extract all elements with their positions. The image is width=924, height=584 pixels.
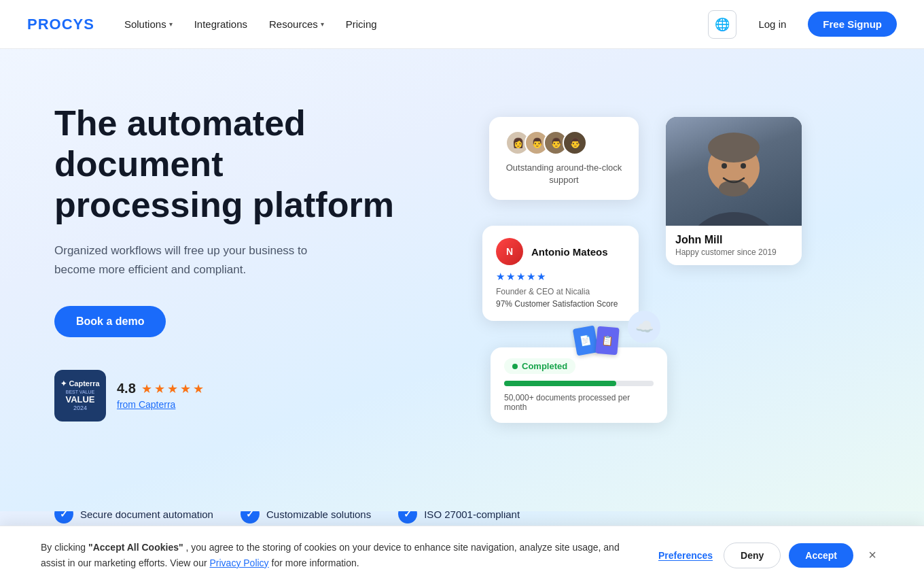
support-card: 👩 👨 👨 👨 Outstanding around-the-clock sup… [489,117,639,200]
capterra-year: 2024 [73,405,87,411]
profile-photo-bg [666,117,802,226]
cookie-banner: By clicking "Accept All Cookies" , you a… [0,526,924,544]
completed-dot [512,364,518,369]
capterra-row: ✦ Capterra BEST VALUE VALUE 2024 4.8 ★ ★… [54,370,408,422]
docs-card: 📄 📋 ☁️ Completed 50,000+ documents proce… [491,347,667,423]
profile-info: John Mill Happy customer since 2019 [666,226,802,265]
profile-card: John Mill Happy customer since 2019 [666,117,802,265]
hero-title: The automated document processing platfo… [54,103,408,225]
person-svg [666,117,802,226]
capterra-info: 4.8 ★ ★ ★ ★ ★ from Capterra [117,381,204,410]
chevron-down-icon-2: ▾ [321,20,324,28]
review-stars: ★ ★ ★ ★ ★ [496,271,625,283]
rev-star-4: ★ [527,271,535,283]
profile-name: John Mill [675,234,792,246]
deny-button[interactable]: Deny [724,543,781,544]
nav-right: 🌐 Log in Free Signup [708,10,897,39]
nav-left: PROCYS Solutions ▾ Integrations Resource… [27,13,385,35]
hero-left: The automated document processing platfo… [54,90,408,422]
cloud-icon: ☁️ [628,311,660,343]
language-button[interactable]: 🌐 [708,10,736,39]
profile-photo [666,117,802,226]
capterra-badge: ✦ Capterra BEST VALUE VALUE 2024 [54,370,106,422]
nav-solutions[interactable]: Solutions ▾ [116,13,181,35]
review-header: N Antonio Mateos [496,238,625,265]
rev-star-1: ★ [496,271,505,283]
doc-icon-1: 📄 [573,326,599,356]
rev-star-5: ★ [537,271,546,283]
svg-point-5 [741,163,746,169]
star-5: ★ [193,381,204,396]
support-text: Outstanding around-the-clock support [505,162,622,186]
review-logo: N [496,238,523,265]
completed-badge: Completed [504,358,575,374]
cookie-bold-text: "Accept All Cookies" [88,542,183,544]
capterra-logo-text: ✦ Capterra [60,379,99,388]
signup-button[interactable]: Free Signup [808,12,897,37]
accept-button[interactable]: Accept [789,543,853,544]
progress-bar-bg [504,381,654,386]
capterra-from-link[interactable]: from Capterra [117,399,204,410]
progress-bar-fill [504,381,616,386]
capterra-best-label: BEST VALUE [66,390,95,394]
capterra-rating: 4.8 ★ ★ ★ ★ ★ [117,381,204,396]
navbar: PROCYS Solutions ▾ Integrations Resource… [0,0,924,49]
cards-wrapper: 👩 👨 👨 👨 Outstanding around-the-clock sup… [476,103,802,430]
review-score: 97% Customer Satisfaction Score [496,299,625,309]
rev-star-3: ★ [516,271,525,283]
nav-resources[interactable]: Resources ▾ [261,13,332,35]
login-button[interactable]: Log in [745,13,800,35]
review-card: N Antonio Mateos ★ ★ ★ ★ ★ Founder & CEO… [482,226,639,321]
hero-subtitle: Organized workflows will free up your bu… [54,241,340,278]
book-demo-button[interactable]: Book a demo [54,306,166,337]
cookie-text: By clicking "Accept All Cookies" , you a… [41,540,642,544]
avatar-4: 👨 [563,131,587,155]
rev-star-2: ★ [506,271,515,283]
nav-pricing[interactable]: Pricing [338,13,385,35]
svg-point-0 [686,212,781,226]
svg-point-4 [722,163,727,169]
chevron-down-icon: ▾ [169,20,173,28]
docs-count: 50,000+ documents processed per month [504,393,654,412]
cookie-actions: Preferences Deny Accept × [656,543,883,544]
star-4: ★ [180,381,191,396]
capterra-value-label: VALUE [65,394,94,405]
avatars-row: 👩 👨 👨 👨 [505,131,622,155]
doc-icons-group: 📄 📋 ☁️ [575,324,654,357]
nav-links: Solutions ▾ Integrations Resources ▾ Pri… [116,13,385,35]
doc-icon-2: 📋 [595,326,619,356]
star-1: ★ [141,381,152,396]
capterra-score: 4.8 [117,381,136,396]
brand-logo[interactable]: PROCYS [27,16,94,33]
star-3: ★ [167,381,178,396]
profile-since: Happy customer since 2019 [675,247,792,257]
hero-right: 👩 👨 👨 👨 Outstanding around-the-clock sup… [408,90,870,443]
hero-section: The automated document processing platfo… [0,49,924,511]
star-rating: ★ ★ ★ ★ ★ [141,381,204,396]
svg-point-2 [708,133,760,162]
star-2: ★ [154,381,165,396]
reviewer-title: Founder & CEO at Nicalia [496,287,625,296]
reviewer-name: Antonio Mateos [531,246,608,258]
nav-integrations[interactable]: Integrations [186,13,255,35]
